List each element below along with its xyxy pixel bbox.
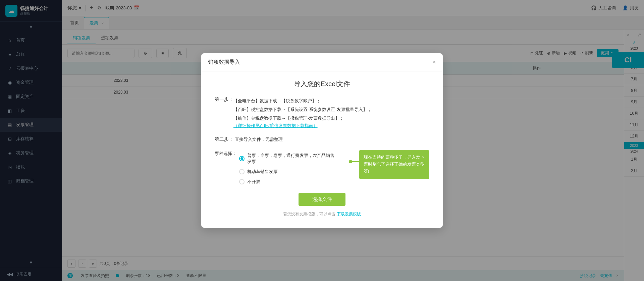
footer-text: 若您没有发票模版，可以点击 [283,212,335,216]
radio-t2-label: 机动车销售发票 [247,169,278,175]
tooltip-close-btn[interactable]: × [422,154,425,161]
select-file-button[interactable]: 选择文件 [299,193,345,206]
step1-line1: 【全电平台】数据下载→【税务数字账户】； [233,97,372,105]
step2-block: 第二步： 直接导入文件，无需整理 [215,135,429,143]
modal-body: 导入您的Excel文件 第一步： 【全电平台】数据下载→【税务数字账户】； 【百… [201,71,443,228]
ticket-label: 票种选择： [215,151,236,157]
modal-footer: 若您没有发票模版，可以点击 下载发票模版 [215,211,429,217]
radio-t3-label: 不开票 [247,179,260,185]
modal-overlay: 销项数据导入 × 导入您的Excel文件 第一步： 【全电平台】数据下载→【税务… [0,0,644,281]
tooltip-wrapper: × 现在支持的票种多了，导入发票时别忘了选择正确的发票类型呀! [359,150,429,179]
step1-line3: 【航信】金税盘数据下载→【报税管理-发票数据导出】； [233,114,372,123]
step2-text: 直接导入文件，无需整理 [235,137,283,142]
import-modal: 销项数据导入 × 导入您的Excel文件 第一步： 【全电平台】数据下载→【税务… [201,53,443,228]
step2-label: 第二步： [215,136,233,142]
modal-main-title: 导入您的Excel文件 [215,79,429,89]
radio-group: 普票，专票，卷票，通行费发票，农产品销售发票 机动车销售发票 不开票 [239,153,336,185]
radio-t3[interactable] [239,179,245,184]
radio-item-t1[interactable]: 普票，专票，卷票，通行费发票，农产品销售发票 [239,153,336,165]
modal-close-button[interactable]: × [432,59,436,66]
tooltip-bubble: × 现在支持的票种多了，导入发票时别忘了选择正确的发票类型呀! [359,150,429,179]
step1-block: 第一步： 【全电平台】数据下载→【税务数字账户】； 【百旺】税控盘数据下载→【系… [215,97,429,129]
radio-t1[interactable] [239,156,245,161]
step1-label: 第一步： [215,97,233,126]
radio-t2[interactable] [239,169,245,174]
step1-line2: 【百旺】税控盘数据下载→【系统设置-系统参数设置-发票批量导入】； [233,105,372,114]
modal-header: 销项数据导入 × [201,53,443,71]
radio-item-t2[interactable]: 机动车销售发票 [239,169,336,175]
radio-item-t3[interactable]: 不开票 [239,179,336,185]
tooltip-text: 现在支持的票种多了，导入发票时别忘了选择正确的发票类型呀! [364,155,425,174]
modal-title: 销项数据导入 [208,59,240,66]
radio-t1-label: 普票，专票，卷票，通行费发票，农产品销售发票 [247,153,336,165]
step1-link[interactable]: （详细操作见百旺/航信发票数据下载指南） [233,123,318,128]
ticket-selection: 票种选择： 普票，专票，卷票，通行费发票，农产品销售发票 机动车销售发票 不开票 [215,150,429,185]
footer-link[interactable]: 下载发票模版 [337,212,361,216]
